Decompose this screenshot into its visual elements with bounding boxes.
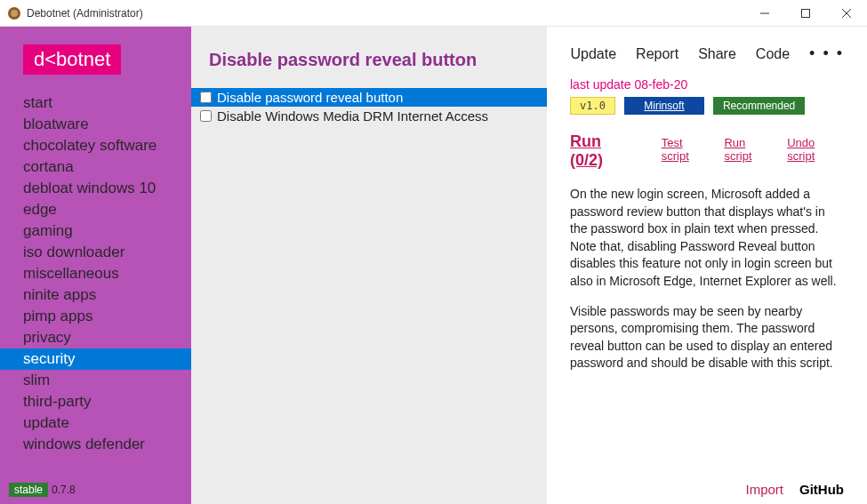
- sidebar-item-security[interactable]: security: [0, 348, 191, 370]
- sidebar-item-update[interactable]: update: [0, 412, 191, 434]
- stable-badge: stable: [9, 483, 48, 497]
- script-checkbox[interactable]: [200, 92, 212, 103]
- github-link[interactable]: GitHub: [799, 482, 844, 497]
- sidebar-item-cortana[interactable]: cortana: [0, 156, 191, 178]
- window-title: Debotnet (Administrator): [27, 7, 744, 20]
- maximize-button[interactable]: [785, 0, 826, 27]
- run-row: Run (0/2) Test script Run script Undo sc…: [570, 132, 844, 170]
- script-panel: Disable password reveal button Disable p…: [191, 27, 547, 504]
- script-label: Disable password reveal button: [217, 90, 403, 105]
- sidebar-item-ninite-apps[interactable]: ninite apps: [0, 284, 191, 306]
- app-logo: d<botnet: [23, 44, 121, 75]
- author-badge[interactable]: Mirinsoft: [624, 97, 704, 115]
- sidebar-list: startbloatwarechocolatey softwarecortana…: [0, 92, 191, 483]
- sidebar-item-third-party[interactable]: third-party: [0, 391, 191, 412]
- detail-tabs: Update Report Share Code • • •: [570, 44, 844, 63]
- script-row[interactable]: Disable password reveal button: [191, 88, 547, 107]
- tab-share[interactable]: Share: [698, 46, 736, 62]
- run-link[interactable]: Run (0/2): [570, 132, 637, 170]
- version-badge: v1.0: [570, 97, 615, 115]
- version-number: 0.7.8: [52, 484, 76, 496]
- more-menu-icon[interactable]: • • •: [809, 44, 844, 63]
- sidebar-item-miscellaneous[interactable]: miscellaneous: [0, 263, 191, 284]
- titlebar: Debotnet (Administrator): [0, 0, 867, 27]
- badge-row: v1.0 Mirinsoft Recommended: [570, 97, 844, 115]
- sidebar-item-chocolatey-software[interactable]: chocolatey software: [0, 135, 191, 156]
- sidebar-item-windows-defender[interactable]: windows defender: [0, 434, 191, 455]
- sidebar-item-iso-downloader[interactable]: iso downloader: [0, 242, 191, 263]
- script-checkbox[interactable]: [200, 110, 212, 122]
- recommended-badge: Recommended: [713, 97, 805, 115]
- script-label: Disable Windows Media DRM Internet Acces…: [217, 108, 488, 124]
- svg-point-1: [11, 10, 18, 17]
- sidebar-item-privacy[interactable]: privacy: [0, 327, 191, 348]
- tab-code[interactable]: Code: [756, 46, 790, 62]
- sidebar-item-pimp-apps[interactable]: pimp apps: [0, 306, 191, 327]
- app-icon: [7, 6, 21, 20]
- sidebar-item-bloatware[interactable]: bloatware: [0, 114, 191, 135]
- sidebar-item-edge[interactable]: edge: [0, 199, 191, 220]
- run-script-link[interactable]: Run script: [724, 136, 775, 163]
- sidebar-item-slim[interactable]: slim: [0, 370, 191, 391]
- sidebar-item-gaming[interactable]: gaming: [0, 220, 191, 242]
- script-panel-title: Disable password reveal button: [191, 50, 547, 88]
- window-controls: [744, 0, 867, 27]
- test-script-link[interactable]: Test script: [662, 136, 712, 163]
- description-p2: Visible passwords may be seen by nearby …: [570, 303, 844, 372]
- version-bar: stable 0.7.8: [9, 483, 191, 497]
- last-update-label: last update 08-feb-20: [570, 77, 844, 92]
- tab-report[interactable]: Report: [636, 46, 678, 62]
- footer-links: Import GitHub: [745, 482, 844, 497]
- script-list: Disable password reveal buttonDisable Wi…: [191, 88, 547, 125]
- description-p1: On the new login screen, Microsoft added…: [570, 186, 844, 291]
- import-link[interactable]: Import: [745, 482, 783, 497]
- detail-panel: Update Report Share Code • • • last upda…: [547, 27, 867, 504]
- description: On the new login screen, Microsoft added…: [570, 186, 844, 385]
- minimize-button[interactable]: [744, 0, 785, 27]
- sidebar-item-debloat-windows-10[interactable]: debloat windows 10: [0, 178, 191, 199]
- undo-script-link[interactable]: Undo script: [787, 136, 844, 163]
- sidebar: d<botnet startbloatwarechocolatey softwa…: [0, 27, 191, 504]
- sidebar-item-start[interactable]: start: [0, 92, 191, 114]
- script-row[interactable]: Disable Windows Media DRM Internet Acces…: [191, 107, 547, 125]
- svg-rect-3: [802, 9, 810, 17]
- close-button[interactable]: [826, 0, 867, 27]
- tab-update[interactable]: Update: [571, 46, 617, 62]
